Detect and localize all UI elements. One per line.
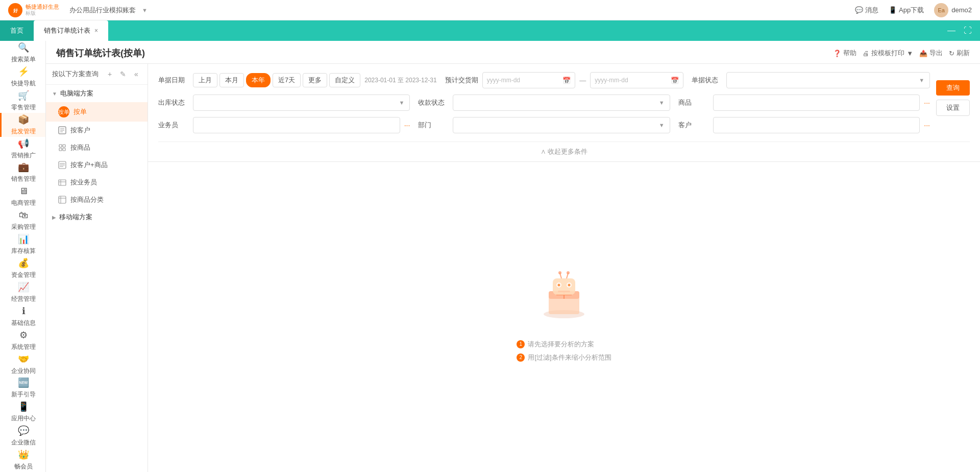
purchase-icon: 🛍	[19, 210, 28, 221]
print-icon: 🖨	[863, 50, 869, 57]
tab-maximize-button[interactable]: ⛶	[962, 25, 974, 37]
scheme-item-by-order[interactable]: 按单 按单	[46, 102, 148, 122]
payment-status-group: 收款状态 ▼	[418, 95, 670, 111]
date-btn-last-month[interactable]: 上月	[193, 73, 217, 87]
department-label: 部门	[418, 121, 449, 130]
app-title-dropdown-icon[interactable]: ▼	[142, 7, 148, 13]
department-group: 部门 ▼	[418, 117, 670, 133]
date-btn-custom[interactable]: 自定义	[329, 73, 360, 87]
sidebar-item-finance[interactable]: 💰 资金管理	[0, 256, 45, 280]
scheme-item-by-category[interactable]: 按商品分类	[46, 191, 148, 208]
newbie-icon: 🆕	[18, 377, 29, 388]
filter-area: 单据日期 上月 本月 本年 近7天 更多 自定义	[148, 64, 980, 161]
sidebar-item-newbie[interactable]: 🆕 新手引导	[0, 376, 45, 400]
enterprise-icon: 🤝	[18, 353, 29, 365]
search-icon: 🔍	[18, 42, 29, 53]
customer-dots[interactable]: ···	[924, 121, 930, 129]
sidebar-item-basic-info[interactable]: ℹ 基础信息	[0, 304, 45, 328]
svg-rect-8	[59, 148, 62, 151]
date-btn-this-month[interactable]: 本月	[219, 73, 244, 87]
operations-icon: 📈	[18, 281, 29, 293]
sidebar-item-enterprise[interactable]: 🤝 企业协同	[0, 352, 45, 376]
app-download-button[interactable]: 📱 App下载	[889, 6, 924, 15]
sidebar-item-wholesale[interactable]: 📦 批发管理	[0, 113, 45, 137]
scheme-group-pc-title[interactable]: ▼ 电脑端方案	[46, 85, 148, 102]
header-right: 💬 消息 📱 App下载 Ea demo2	[855, 3, 972, 17]
product-input[interactable]	[713, 95, 920, 111]
refresh-button[interactable]: ↻ 刷新	[949, 49, 970, 58]
sidebar-item-system[interactable]: ⚙ 系统管理	[0, 328, 45, 352]
scheme-item-by-customer[interactable]: 按客户	[46, 122, 148, 139]
scheme-panel: 按以下方案查询 + ✎ « ▼ 电脑端方案 按单 按单	[46, 64, 148, 472]
user-area[interactable]: Ea demo2	[934, 3, 972, 17]
scheme-item-by-customer-product[interactable]: 按客户+商品	[46, 156, 148, 174]
collapse-arrow-icon: ∧	[541, 148, 546, 155]
date-btn-this-year[interactable]: 本年	[246, 73, 271, 87]
hint-num-2: 2	[517, 353, 525, 362]
main-layout: 🔍 搜索菜单 ⚡ 快捷导航 🛒 零售管理 📦 批发管理 📢 营销推广 💼 销售管…	[0, 41, 980, 472]
export-button[interactable]: 📤 导出	[919, 49, 943, 58]
scheme-item-by-product[interactable]: 按商品	[46, 139, 148, 156]
top-header: 好 畅捷通好生意 标版 办公用品行业模拟账套 ▼ 💬 消息 📱 App下载 Ea…	[0, 0, 980, 20]
sidebar-item-retail[interactable]: 🛒 零售管理	[0, 89, 45, 113]
empty-hint-2: 2 用[过滤]条件来缩小分析范围	[517, 353, 611, 362]
sidebar-item-operations[interactable]: 📈 经营管理	[0, 280, 45, 304]
date-btn-more[interactable]: 更多	[303, 73, 327, 87]
scheme-collapse-button[interactable]: «	[131, 69, 141, 79]
search-button[interactable]: 查询	[936, 80, 970, 96]
inner-layout: 按以下方案查询 + ✎ « ▼ 电脑端方案 按单 按单	[46, 64, 980, 472]
scheme-edit-button[interactable]: ✎	[118, 69, 128, 79]
product-dots[interactable]: ···	[924, 99, 930, 107]
print-button[interactable]: 🖨 按模板打印 ▼	[863, 49, 913, 58]
sidebar-item-purchase[interactable]: 🛍 采购管理	[0, 208, 45, 232]
collapse-bar[interactable]: ∧ 收起更多条件	[158, 141, 970, 161]
sidebar-item-member[interactable]: 👑 畅会员	[0, 448, 45, 472]
department-select[interactable]: ▼	[453, 117, 670, 133]
nav-tabs-right: — ⛶	[945, 25, 980, 37]
sidebar-item-search[interactable]: 🔍 搜索菜单	[0, 41, 45, 65]
scheme-group-mobile-title[interactable]: ▶ 移动端方案	[46, 208, 148, 226]
scheme-item-by-salesperson[interactable]: 按业务员	[46, 174, 148, 191]
status-select[interactable]: ▼	[726, 72, 930, 88]
payment-status-arrow: ▼	[659, 100, 665, 106]
tab-home[interactable]: 首页	[0, 20, 34, 41]
ship-status-select[interactable]: ▼	[193, 95, 410, 111]
member-icon: 👑	[18, 449, 29, 460]
expected-date-to[interactable]: yyyy-mm-dd 📅	[590, 72, 683, 88]
sidebar-item-quicknav[interactable]: ⚡ 快捷导航	[0, 65, 45, 89]
sidebar-item-sales[interactable]: 💼 销售管理	[0, 160, 45, 184]
page-title: 销售订单统计表(按单)	[56, 47, 145, 59]
svg-rect-30	[558, 291, 570, 292]
sidebar-item-inventory[interactable]: 📊 库存核算	[0, 232, 45, 256]
customer-input[interactable]	[713, 117, 920, 133]
help-button[interactable]: ❓ 帮助	[833, 49, 856, 58]
status-label: 单据状态	[692, 76, 722, 85]
scheme-add-button[interactable]: +	[105, 69, 115, 79]
tab-close-icon[interactable]: ×	[94, 27, 98, 34]
date-from-calendar-icon: 📅	[562, 77, 571, 84]
wechat-icon: 💬	[18, 425, 29, 436]
settings-button[interactable]: 设置	[936, 100, 970, 116]
sidebar-item-marketing[interactable]: 📢 营销推广	[0, 137, 45, 161]
salesperson-input[interactable]	[193, 117, 400, 133]
by-customer-icon	[58, 126, 66, 134]
salesperson-dots[interactable]: ···	[404, 121, 410, 129]
sidebar-item-apps[interactable]: 📱 应用中心	[0, 400, 45, 424]
salesperson-label: 业务员	[158, 121, 189, 130]
download-icon: 📱	[889, 6, 897, 14]
svg-rect-17	[59, 196, 66, 203]
logo-area: 好 畅捷通好生意 标版	[8, 3, 59, 17]
user-name: demo2	[951, 6, 972, 14]
date-btn-7days[interactable]: 近7天	[273, 73, 301, 87]
sidebar-item-wechat[interactable]: 💬 企业微信	[0, 424, 45, 448]
message-button[interactable]: 💬 消息	[855, 6, 878, 15]
filter-row-2: 出库状态 ▼ 收款状态	[158, 95, 930, 111]
payment-status-select[interactable]: ▼	[453, 95, 670, 111]
inventory-icon: 📊	[18, 233, 29, 245]
sidebar-item-ecommerce[interactable]: 🖥 电商管理	[0, 184, 45, 208]
tab-minimize-button[interactable]: —	[945, 25, 958, 37]
expected-date-from[interactable]: yyyy-mm-dd 📅	[482, 72, 576, 88]
by-product-icon	[58, 144, 66, 152]
date-to-calendar-icon: 📅	[671, 77, 679, 84]
tab-sales-order-stats[interactable]: 销售订单统计表 ×	[34, 20, 108, 41]
